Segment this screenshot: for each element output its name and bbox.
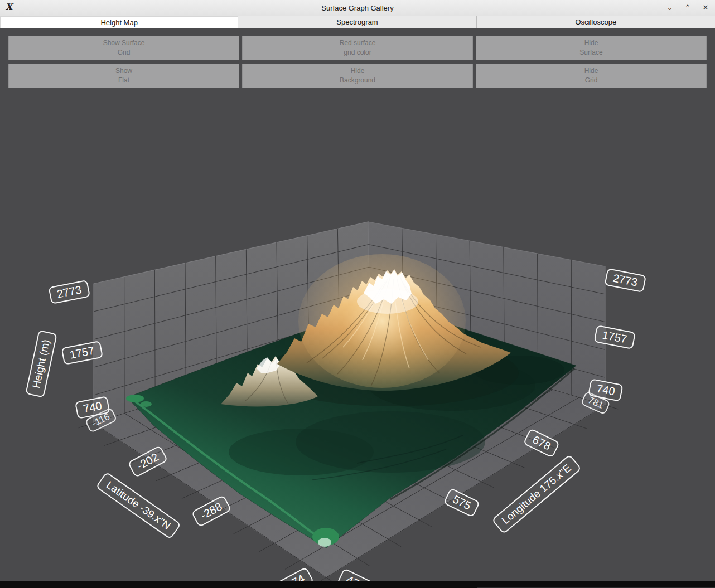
minimize-icon[interactable]: ⌄ xyxy=(665,3,675,13)
surface-plot-area: 2773 1757 -116 740 Height (m) 2773 1757 … xyxy=(0,28,715,581)
tab-height-map[interactable]: Height Map xyxy=(0,16,238,28)
application-window: X Surface Graph Gallery ⌄ ⌃ ✕ Height Map… xyxy=(0,0,715,588)
maximize-icon[interactable]: ⌃ xyxy=(683,3,693,13)
surface-3d-view[interactable] xyxy=(0,28,715,581)
bottom-screen-strip xyxy=(0,581,715,588)
window-title: Surface Graph Gallery xyxy=(0,4,715,12)
tab-bar: Height Map Spectrogram Oscilloscope xyxy=(0,16,715,28)
app-icon: X xyxy=(4,2,14,12)
tab-spectrogram[interactable]: Spectrogram xyxy=(238,16,476,28)
tab-oscilloscope[interactable]: Oscilloscope xyxy=(477,16,715,28)
title-bar[interactable]: X Surface Graph Gallery ⌄ ⌃ ✕ xyxy=(0,0,715,16)
close-icon[interactable]: ✕ xyxy=(700,3,711,13)
height-map-page: Show Surface Grid Red surface grid color… xyxy=(0,28,715,581)
window-controls: ⌄ ⌃ ✕ xyxy=(665,0,711,16)
